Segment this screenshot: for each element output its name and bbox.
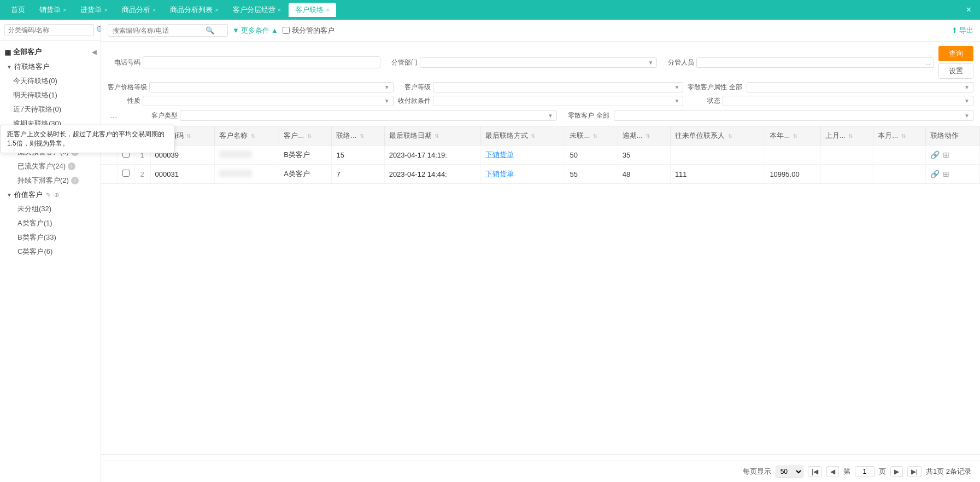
sort-icon-this-month[interactable]: ⇅ (901, 133, 906, 139)
row-checkbox-1[interactable] (122, 170, 130, 177)
sort-icon-overdue[interactable]: ⇅ (645, 133, 650, 139)
close-tab-icon[interactable]: × (215, 7, 218, 13)
grid-icon: ▦ (4, 48, 11, 56)
sort-icon-contacts-person[interactable]: ⇅ (728, 133, 732, 139)
more-conditions-btn[interactable]: ▼ 更多条件 ▲ (232, 26, 278, 36)
nav-tab-首页[interactable]: 首页 (4, 3, 32, 17)
nav-tab-商品分析列表[interactable]: 商品分析列表× (163, 3, 225, 17)
search-input[interactable] (113, 27, 206, 34)
close-tab-icon[interactable]: × (104, 7, 107, 13)
nav-tab-客户分层经营[interactable]: 客户分层经营× (226, 3, 287, 17)
sidebar-section-pending[interactable]: ▼ 待联络客户 (0, 60, 101, 74)
sidebar-group-value-label: 价值客户 (14, 190, 43, 200)
total-label: 共1页 2条记录 (926, 467, 971, 477)
filter-nature-select[interactable]: ▼ (143, 96, 394, 106)
search-input-icon[interactable]: 🔍 (206, 26, 214, 34)
filter-phone-input[interactable] (143, 56, 380, 68)
close-tab-icon[interactable]: × (278, 7, 281, 13)
tooltip-box: 距客户上次交易时长，超过了此客户的平均交易周期的1.5倍，则视为异常。 (0, 125, 175, 153)
row-last-way-1[interactable]: 下销货单 (480, 165, 565, 184)
page-input[interactable] (855, 466, 875, 477)
top-navigation: 首页销货单×进货单×商品分析×商品分析列表×客户分层经营×客户联络× × (0, 0, 980, 20)
settings-button[interactable]: 设置 (938, 63, 973, 79)
col-type: 客户... ⇅ (279, 126, 332, 146)
sort-icon-last-way[interactable]: ⇅ (531, 133, 535, 139)
close-tab-icon[interactable]: × (326, 7, 329, 13)
nav-tab-销货单[interactable]: 销货单× (33, 3, 73, 17)
filter-row-4: ... 客户类型 ▼ 零散客户 全部 ▼ (108, 109, 973, 121)
close-tab-icon[interactable]: × (63, 7, 66, 13)
row-check-1[interactable] (118, 165, 134, 184)
category-search-icon[interactable]: 🔍 (96, 26, 101, 34)
query-button[interactable]: 查询 (938, 46, 973, 61)
close-tab-icon[interactable]: × (152, 7, 156, 13)
filter-price-level-select[interactable]: ▼ (149, 82, 394, 92)
sort-icon-name[interactable]: ⇅ (251, 133, 255, 139)
filter-customer-type-select[interactable]: ▼ (180, 111, 557, 121)
sidebar-item-churned[interactable]: 已流失客户(24) i (0, 159, 101, 173)
horizontal-scrollbar[interactable] (101, 454, 980, 461)
category-search-input[interactable] (4, 24, 94, 36)
filter-retail-customer: 零散客户 全部 ▼ (561, 111, 973, 121)
page-label-before: 第 (843, 467, 850, 477)
sidebar-root-all-customers[interactable]: ▦ 全部客户 ◀ (0, 44, 101, 60)
filter-retail-attr-select[interactable]: ▼ (747, 82, 973, 92)
last-way-link-1[interactable]: 下销货单 (485, 170, 514, 178)
action-link-icon-0[interactable]: 🔗 (930, 150, 940, 159)
sidebar-item-declining[interactable]: 持续下滑客户(2) i (0, 173, 101, 188)
nav-tab-商品分析[interactable]: 商品分析× (115, 3, 162, 17)
filter-customer-level-select[interactable]: ▼ (433, 82, 684, 92)
sidebar-item-tomorrow[interactable]: 明天待联络(1) (0, 88, 101, 102)
action-grid-icon-0[interactable]: ⊞ (943, 150, 949, 159)
chevron-down-icon-5: ▼ (964, 84, 970, 90)
filter-payment: 收付款条件 ▼ (398, 96, 684, 106)
sidebar-item-ungrouped[interactable]: 未分组(32) (0, 202, 101, 216)
table-header-row: ⚙ 客户编码 ⇅ 客户名称 ⇅ 客户... ⇅ 联络... ⇅ 最后联络日期 ⇅… (101, 126, 980, 146)
sidebar-item-b-class[interactable]: B类客户(33) (0, 230, 101, 245)
filter-customer-level: 客户等级 ▼ (398, 82, 684, 92)
last-way-link-0[interactable]: 下销货单 (485, 150, 514, 159)
export-btn[interactable]: ⬆ 导出 (952, 26, 973, 36)
dots-more-button[interactable]: ... (108, 109, 119, 121)
prev-page-btn[interactable]: ◀ (826, 466, 839, 477)
filter-person-select[interactable]: ... (696, 57, 934, 68)
sidebar-collapse-icon[interactable]: ◀ (92, 49, 96, 56)
my-customers-checkbox[interactable] (283, 27, 290, 34)
filter-status-select[interactable]: ▼ (723, 96, 973, 106)
first-page-btn[interactable]: |◀ (808, 466, 822, 477)
edit-icon[interactable]: ✎ (46, 191, 51, 199)
settings-small-icon[interactable]: ⊕ (54, 191, 59, 199)
action-link-icon-1[interactable]: 🔗 (930, 170, 940, 178)
action-grid-icon-1[interactable]: ⊞ (943, 170, 949, 178)
sort-icon-not-contacted[interactable]: ⇅ (593, 133, 597, 139)
sort-icon-contact[interactable]: ⇅ (360, 133, 364, 139)
chevron-down-icon-9: ▼ (548, 113, 553, 119)
sort-icon-code[interactable]: ⇅ (186, 133, 191, 139)
close-all-tabs[interactable]: × (962, 3, 976, 17)
col-overdue: 逾期... ⇅ (618, 126, 670, 146)
filter-retail-customer-select[interactable]: ▼ (614, 111, 973, 121)
sidebar-item-today[interactable]: 今天待联络(0) (0, 74, 101, 88)
filter-dots: ... (108, 109, 140, 121)
chevron-down-icon-8: ▼ (964, 98, 970, 104)
row-type-1: A类客户 (279, 165, 332, 184)
col-last-way: 最后联络方式 ⇅ (480, 126, 565, 146)
next-page-btn[interactable]: ▶ (890, 466, 903, 477)
row-contact-0: 15 (332, 146, 384, 165)
sort-icon-last-date[interactable]: ⇅ (435, 133, 439, 139)
nav-tab-进货单[interactable]: 进货单× (74, 3, 114, 17)
per-page-select[interactable]: 50 100 200 (776, 466, 803, 478)
row-last-way-0[interactable]: 下销货单 (480, 146, 565, 165)
filter-payment-select[interactable]: ▼ (433, 96, 684, 106)
sort-icon-last-month[interactable]: ⇅ (848, 133, 853, 139)
nav-tab-客户联络[interactable]: 客户联络× (289, 3, 336, 17)
sidebar-item-7days[interactable]: 近7天待联络(0) (0, 102, 101, 117)
sidebar-item-a-class[interactable]: A类客户(1) (0, 216, 101, 230)
last-page-btn[interactable]: ▶| (907, 466, 922, 477)
filter-dept-select[interactable]: ▼ (420, 57, 658, 68)
sort-icon-this-year[interactable]: ⇅ (793, 133, 797, 139)
sort-icon-type[interactable]: ⇅ (307, 133, 312, 139)
sidebar-item-c-class[interactable]: C类客户(6) (0, 245, 101, 259)
sidebar-group-value[interactable]: ▼ 价值客户 ✎ ⊕ (0, 188, 101, 202)
filter-person: 分管人员 ... (661, 57, 934, 68)
